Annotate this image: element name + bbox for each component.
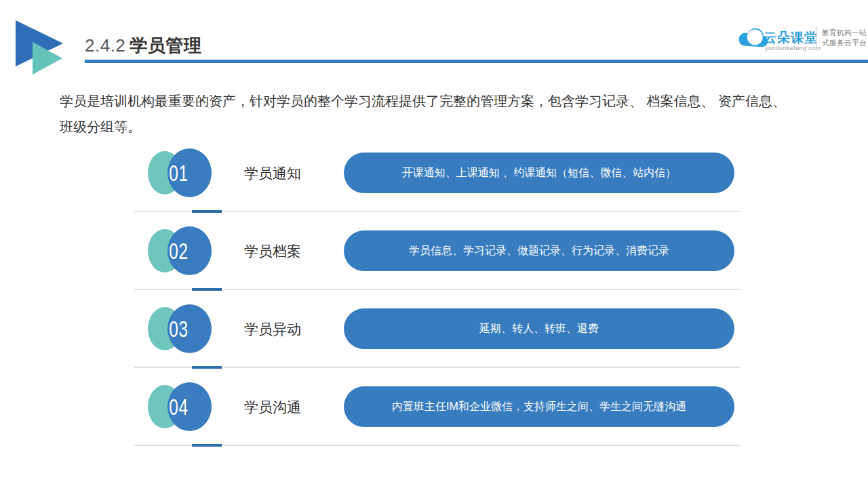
page-title: 2.4.2学员管理 (85, 34, 201, 58)
feature-number: 02 (163, 226, 195, 275)
brand-tagline-line1: 教育机构一站 (822, 28, 867, 38)
brand-divider (816, 26, 816, 51)
feature-row-archive: 02 学员档案 学员信息、学习记录、做题记录、行为记录、消费记录 (134, 212, 741, 290)
feature-label: 学员档案 (244, 212, 301, 290)
feature-number: 03 (163, 304, 195, 353)
brand-logo: 云朵课堂 yunduoketang.com 教育机构一站 式服务云平台 (736, 20, 868, 56)
feature-description-pill: 延期、转人、转班、退费 (344, 308, 734, 349)
feature-description-pill: 开课通知、上课通知 、约课通知（短信、微信、站内信） (344, 152, 734, 193)
feature-row-change: 03 学员异动 延期、转人、转班、退费 (134, 290, 741, 368)
slide: 2.4.2学员管理 云朵课堂 yunduoketang.com 教育机构一站 式… (0, 0, 868, 488)
feature-label: 学员通知 (244, 134, 301, 212)
row-divider (134, 445, 741, 446)
feature-label: 学员沟通 (244, 368, 301, 446)
intro-paragraph: 学员是培训机构最重要的资产，针对学员的整个学习流程提供了完整的管理方案，包含学习… (60, 88, 826, 140)
feature-number: 04 (163, 382, 195, 431)
brand-domain: yunduoketang.com (765, 45, 821, 52)
feature-description-pill: 内置班主任IM和企业微信，支持师生之间、学生之间无缝沟通 (344, 386, 734, 427)
feature-row-communicate: 04 学员沟通 内置班主任IM和企业微信，支持师生之间、学生之间无缝沟通 (134, 368, 741, 446)
feature-row-notify: 01 学员通知 开课通知、上课通知 、约课通知（短信、微信、站内信） (134, 134, 741, 212)
brand-tagline-line2: 式服务云平台 (822, 38, 867, 48)
brand-tagline: 教育机构一站 式服务云平台 (822, 28, 867, 48)
section-title: 学员管理 (130, 35, 201, 56)
section-number: 2.4.2 (85, 35, 125, 56)
feature-list: 01 学员通知 开课通知、上课通知 、约课通知（短信、微信、站内信） 02 学员… (134, 134, 741, 446)
intro-line-1: 学员是培训机构最重要的资产，针对学员的整个学习流程提供了完整的管理方案，包含学习… (60, 88, 826, 114)
feature-number: 01 (163, 148, 195, 197)
title-underline (85, 60, 868, 63)
feature-description-pill: 学员信息、学习记录、做题记录、行为记录、消费记录 (344, 230, 734, 271)
triangles-logo-icon (9, 15, 71, 80)
feature-label: 学员异动 (244, 290, 301, 368)
row-divider-accent (192, 444, 222, 447)
